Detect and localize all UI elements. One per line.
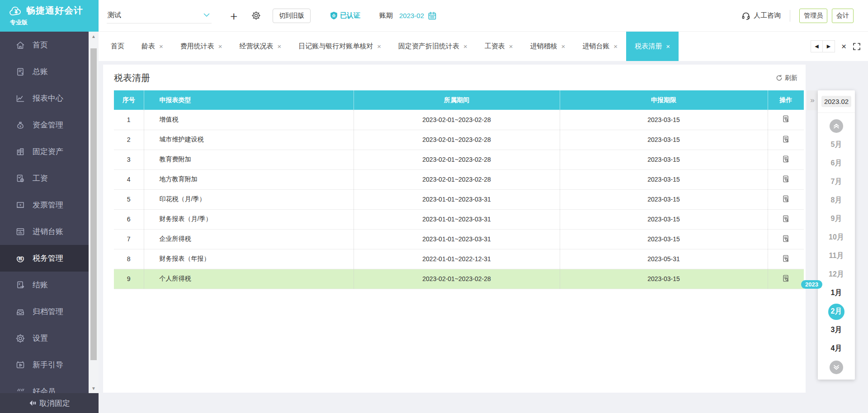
home-icon	[15, 40, 25, 50]
view-report-icon[interactable]	[782, 155, 790, 163]
sidebar-item-purchase-sales-ledger[interactable]: 进销台账	[0, 218, 89, 245]
table-header-row: 序号 申报表类型 所属期间 申报期限 操作	[114, 90, 804, 110]
close-icon[interactable]: ×	[377, 42, 381, 50]
view-report-icon[interactable]	[782, 175, 790, 183]
table-row-selected[interactable]: 9 个人所得税 2023-02-01~2023-02-28 2023-03-15	[114, 269, 804, 289]
table-row[interactable]: 3 教育费附加 2023-02-01~2023-02-28 2023-03-15	[114, 150, 804, 169]
sidebar-scrollbar[interactable]: ▲ ▼	[89, 32, 99, 393]
view-report-icon[interactable]	[782, 274, 790, 282]
sidebar-item-settings[interactable]: 设置	[0, 325, 89, 352]
table-row[interactable]: 7 企业所得税 2023-01-01~2023-03-31 2023-03-15	[114, 229, 804, 249]
switch-to-old-version-button[interactable]: 切到旧版	[273, 9, 311, 23]
view-report-icon[interactable]	[782, 254, 790, 263]
month-item-apr[interactable]: 4月	[818, 339, 855, 358]
months-scroll-up-button[interactable]	[830, 119, 843, 133]
tab-depreciation-statistics[interactable]: 固定资产折旧统计表×	[390, 32, 476, 61]
admin-role-button[interactable]: 管理员	[799, 9, 827, 23]
sidebar-item-closing[interactable]: ¥ 结账	[0, 272, 89, 298]
close-icon[interactable]: ×	[278, 42, 282, 50]
ledger-icon: ¥	[15, 67, 25, 77]
tax-icon: 税	[15, 253, 25, 263]
close-icon[interactable]: ×	[561, 42, 566, 50]
double-chevron-right-icon: »	[810, 96, 814, 105]
live-support-label: 人工咨询	[754, 11, 781, 20]
scrollbar-thumb[interactable]	[90, 48, 97, 360]
month-item-oct[interactable]: 10月	[818, 228, 855, 247]
sidebar-item-fund-management[interactable]: ¥ 资金管理	[0, 112, 89, 138]
month-item-dec[interactable]: 12月	[818, 265, 855, 284]
table-row[interactable]: 4 地方教育附加 2023-02-01~2023-02-28 2023-03-1…	[114, 169, 804, 189]
sidebar-item-invoice-management[interactable]: ¥ 发票管理	[0, 192, 89, 218]
tab-scroll-right-button[interactable]: ▶	[823, 40, 835, 52]
close-icon[interactable]: ×	[613, 42, 618, 50]
view-report-icon[interactable]	[782, 115, 790, 123]
fiscal-period-value[interactable]: 2023-02	[399, 12, 424, 19]
month-item-aug[interactable]: 8月	[818, 191, 855, 210]
tab-home[interactable]: 首页	[102, 32, 133, 61]
month-item-jul[interactable]: 7月	[818, 173, 855, 191]
tab-salary-sheet[interactable]: 工资表×	[476, 32, 522, 61]
close-all-tabs-button[interactable]: ×	[841, 42, 846, 52]
close-icon[interactable]: ×	[159, 42, 163, 50]
account-set-value: 测试	[108, 11, 121, 19]
sidebar-item-tax-management[interactable]: 税 税务管理	[0, 245, 89, 272]
tab-purchase-sales-ledger[interactable]: 进销台账×	[574, 32, 626, 61]
month-item-mar[interactable]: 3月	[818, 321, 855, 339]
view-report-icon[interactable]	[782, 135, 790, 143]
fiscal-period-label: 账期	[379, 11, 393, 20]
close-icon[interactable]: ×	[509, 42, 513, 50]
topbar: 测试 ＋ 切到旧版 企 已认证 账期 2023-02	[99, 0, 868, 32]
sidebar-item-report-center[interactable]: 报表中心	[0, 85, 89, 112]
sidebar-item-beginner-guide[interactable]: 新手引导	[0, 352, 89, 378]
month-item-jun[interactable]: 6月	[818, 154, 855, 173]
live-support[interactable]: 人工咨询	[741, 11, 781, 20]
table-row[interactable]: 8 财务报表（年报） 2022-01-01~2022-12-31 2023-05…	[114, 249, 804, 269]
table-row[interactable]: 1 增值税 2023-02-01~2023-02-28 2023-03-15	[114, 110, 804, 130]
tab-journal-bank-check[interactable]: 日记账与银行对账单核对×	[290, 32, 390, 61]
closing-book-icon: ¥	[15, 280, 25, 290]
sidebar-item-salary[interactable]: ¥ 工资	[0, 165, 89, 192]
account-set-select[interactable]: 测试	[107, 8, 212, 23]
month-item-feb-selected[interactable]: 2月	[818, 302, 855, 321]
tab-aging-report[interactable]: 龄表×	[133, 32, 172, 61]
table-row[interactable]: 2 城市维护建设税 2023-02-01~2023-02-28 2023-03-…	[114, 130, 804, 150]
building-icon	[15, 147, 25, 157]
app-root: 畅捷通好会计 专业版 测试 ＋ 切到旧版 企 已认证	[0, 0, 868, 413]
tab-expense-statistics[interactable]: 费用统计表×	[172, 32, 231, 61]
view-report-icon[interactable]	[782, 215, 790, 223]
settings-gear-icon[interactable]	[251, 11, 261, 20]
sidebar-item-archive-management[interactable]: 归档管理	[0, 298, 89, 325]
sidebar-item-general-ledger[interactable]: ¥ 总账	[0, 58, 89, 85]
close-icon[interactable]: ×	[463, 42, 467, 50]
unpin-sidebar-button[interactable]: 取消固定	[0, 393, 99, 413]
month-item-jan[interactable]: 1月	[818, 284, 855, 302]
tab-operating-status[interactable]: 经营状况表×	[231, 32, 290, 61]
collapse-panel-button[interactable]: »	[807, 90, 818, 110]
close-icon[interactable]: ×	[218, 42, 222, 50]
add-account-set-icon[interactable]: ＋	[228, 10, 240, 22]
tab-scroll-left-button[interactable]: ◀	[811, 40, 823, 52]
sidebar-item-fixed-assets[interactable]: 固定资产	[0, 138, 89, 165]
tab-tax-return-register[interactable]: 税表清册×	[626, 32, 679, 61]
video-play-icon	[15, 360, 25, 370]
table-row[interactable]: 5 印花税（月/季） 2023-01-01~2023-03-31 2023-03…	[114, 189, 804, 209]
scroll-up-icon[interactable]: ▲	[91, 32, 96, 41]
view-report-icon[interactable]	[782, 195, 790, 203]
close-icon[interactable]: ×	[666, 42, 670, 50]
refresh-button[interactable]: 刷新	[774, 74, 797, 82]
month-item-sep[interactable]: 9月	[818, 210, 855, 228]
svg-text:¥: ¥	[19, 202, 22, 206]
accountant-role-button[interactable]: 会计	[832, 9, 854, 23]
month-item-may[interactable]: 5月	[818, 136, 855, 154]
view-report-icon[interactable]	[782, 235, 790, 243]
calendar-icon[interactable]	[428, 11, 437, 20]
sidebar-item-home[interactable]: 首页	[0, 32, 89, 58]
month-item-nov[interactable]: 11月	[818, 247, 855, 265]
scroll-down-icon[interactable]: ▼	[91, 384, 96, 393]
months-scroll-down-button[interactable]	[830, 361, 843, 374]
scrollbar-track[interactable]	[89, 41, 99, 384]
fullscreen-icon[interactable]	[853, 42, 861, 51]
tab-purchase-sales-audit[interactable]: 进销稽核×	[522, 32, 574, 61]
table-row[interactable]: 6 财务报表（月/季） 2023-01-01~2023-03-31 2023-0…	[114, 209, 804, 229]
certified-badge[interactable]: 企 已认证	[330, 11, 360, 20]
